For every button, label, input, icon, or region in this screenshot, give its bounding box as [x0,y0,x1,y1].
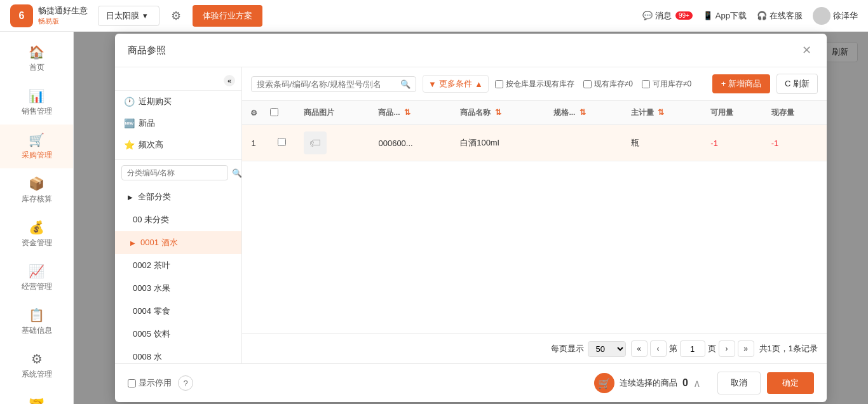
category-search-icon[interactable]: 🔍 [232,168,242,178]
stock-nonzero-checkbox-label[interactable]: 现有库存≠0 [583,79,633,90]
stock-nonzero-checkbox[interactable] [583,80,592,88]
messages-nav[interactable]: 💬 消息 99+ [642,10,693,22]
cancel-button[interactable]: 取消 [717,372,761,394]
collapse-panel-btn[interactable]: « [224,75,235,86]
row-checkbox[interactable] [278,138,286,146]
th-name[interactable]: 商品名称 ⇅ [455,101,548,125]
td-checkbox[interactable] [265,125,299,161]
page-size-select: 每页显示 50 20 100 [551,341,626,357]
page-number-input[interactable] [680,340,705,357]
logo-text: 畅捷通好生意 畅易版 [38,6,88,25]
quick-link-recent[interactable]: 🕐 近期购买 [115,91,241,112]
sidebar-item-enterprise[interactable]: 🤝 企业协同 [0,387,73,404]
warehouse-checkbox[interactable] [495,80,503,88]
navbar-right: 💬 消息 99+ 📱 App下载 🎧 在线客服 徐泽华 [642,7,858,25]
mobile-icon: 📱 [703,11,713,20]
chevron-down-icon: ▾ [143,11,147,20]
category-item-uncategorized[interactable]: 00 未分类 [115,208,241,231]
help-button[interactable]: ? [178,375,193,391]
inventory-icon: 📦 [29,176,44,191]
logo-icon: 6 [10,4,33,27]
show-disabled-checkbox[interactable] [128,379,136,387]
search-icon[interactable]: 🔍 [400,79,410,89]
trial-button[interactable]: 体验行业方案 [193,5,262,27]
last-page-button[interactable]: » [738,340,754,357]
sidebar-item-inventory[interactable]: 📦 库存核算 [0,168,73,212]
filter-icon: ▼ [428,79,437,89]
sidebar-item-basics[interactable]: 📋 基础信息 [0,300,73,344]
show-disabled-label[interactable]: 显示停用 [128,377,172,389]
available-nonzero-checkbox[interactable] [642,80,650,88]
expand-all-icon: ▶ [128,194,133,201]
quick-link-new[interactable]: 🆕 新品 [115,112,241,134]
filter-button[interactable]: ▼ 更多条件 ▲ [423,75,489,93]
td-code: 000600... [373,125,455,161]
category-item-snack[interactable]: 0004 零食 [115,300,241,323]
category-item-water[interactable]: 0008 水 [115,346,241,363]
category-search-input[interactable] [121,165,228,180]
category-search-row: 🔍 [115,160,241,185]
sidebar-item-operations[interactable]: 📈 经营管理 [0,256,73,300]
warehouse-checkbox-label[interactable]: 按仓库显示现有库存 [495,79,574,90]
category-item-fruit[interactable]: 0003 水果 [115,277,241,300]
category-item-tea[interactable]: 0002 茶叶 [115,254,241,277]
category-panel: « 🕐 近期购买 🆕 新品 ⭐ [115,67,242,363]
store-selector[interactable]: 日太阳膜 ▾ [98,6,159,26]
app-download-nav[interactable]: 📱 App下载 [703,10,747,22]
product-table: ⚙ 商品图片 商品... ⇅ 商品名称 ⇅ 规格... ⇅ 主计量 ⇅ 可用量 [242,101,827,161]
sidebar-item-sales[interactable]: 📊 销售管理 [0,81,73,125]
product-search-input[interactable] [257,79,400,89]
confirm-button[interactable]: 确定 [767,372,814,394]
pagination-bar: 每页显示 50 20 100 « ‹ 第 [242,333,827,363]
headset-icon: 🎧 [757,11,767,20]
quick-link-frequent[interactable]: ⭐ 频次高 [115,134,241,156]
cart-icon[interactable]: 🛒 [594,373,614,393]
close-icon[interactable]: ✕ [799,43,814,58]
collapse-cart-icon[interactable]: ∧ [693,377,701,389]
settings-icon[interactable]: ⚙ [166,6,186,26]
category-item-all[interactable]: ▶ 全部分类 [115,185,241,208]
dialog-footer: 显示停用 ? 🛒 连续选择的商品 0 ∧ 取消 确定 [115,363,827,402]
td-name: 白酒100ml [455,125,548,161]
first-page-button[interactable]: « [631,340,648,357]
sidebar-item-finance[interactable]: 💰 资金管理 [0,212,73,256]
th-unit[interactable]: 主计量 ⇅ [626,101,705,125]
available-nonzero-checkbox-label[interactable]: 可用库存≠0 [642,79,691,90]
message-icon: 💬 [642,11,653,20]
add-product-button[interactable]: + 新增商品 [712,74,770,93]
frequent-icon: ⭐ [124,140,135,150]
td-available: -1 [705,125,766,161]
category-item-beverage[interactable]: 0005 饮料 [115,323,241,346]
th-settings: ⚙ [242,101,265,125]
td-image: 🏷 [299,125,373,161]
category-item-alcohol[interactable]: ▶ 0001 酒水 [115,231,241,254]
table-header-row: ⚙ 商品图片 商品... ⇅ 商品名称 ⇅ 规格... ⇅ 主计量 ⇅ 可用量 [242,101,827,125]
sales-icon: 📊 [29,88,44,104]
user-nav[interactable]: 徐泽华 [813,7,858,25]
sidebar-item-home[interactable]: 🏠 首页 [0,37,73,81]
enterprise-icon: 🤝 [29,395,44,404]
sidebar-item-system[interactable]: ⚙ 系统管理 [0,344,73,387]
sidebar: 🏠 首页 📊 销售管理 🛒 采购管理 📦 库存核算 💰 资金管理 📈 经营管理 … [0,32,74,404]
next-page-button[interactable]: › [719,340,735,357]
purchase-icon: 🛒 [29,132,44,147]
table-row[interactable]: 1 🏷 000600... 白酒100ml [242,125,827,161]
avatar [813,7,831,25]
refresh-button[interactable]: C 刷新 [776,74,818,94]
per-page-select[interactable]: 50 20 100 [588,341,626,357]
prev-page-button[interactable]: ‹ [650,340,667,357]
operations-icon: 📈 [29,264,44,279]
product-table-wrap: ⚙ 商品图片 商品... ⇅ 商品名称 ⇅ 规格... ⇅ 主计量 ⇅ 可用量 [242,101,827,333]
product-toolbar: 🔍 ▼ 更多条件 ▲ 按仓库显示现有库存 [242,67,827,101]
filter-up-icon: ▲ [475,79,483,89]
sidebar-item-purchase[interactable]: 🛒 采购管理 [0,125,73,168]
th-available: 可用量 [705,101,766,125]
quick-links: « 🕐 近期购买 🆕 新品 ⭐ [115,67,241,160]
online-service-nav[interactable]: 🎧 在线客服 [757,10,803,22]
th-code[interactable]: 商品... ⇅ [373,101,455,125]
home-icon: 🏠 [29,44,44,60]
th-spec[interactable]: 规格... ⇅ [548,101,626,125]
select-all-checkbox[interactable] [270,108,278,116]
main-layout: 🏠 首页 📊 销售管理 🛒 采购管理 📦 库存核算 💰 资金管理 📈 经营管理 … [0,32,868,404]
content-area: 查询 设置 刷新 商品参照 ✕ [74,32,868,404]
